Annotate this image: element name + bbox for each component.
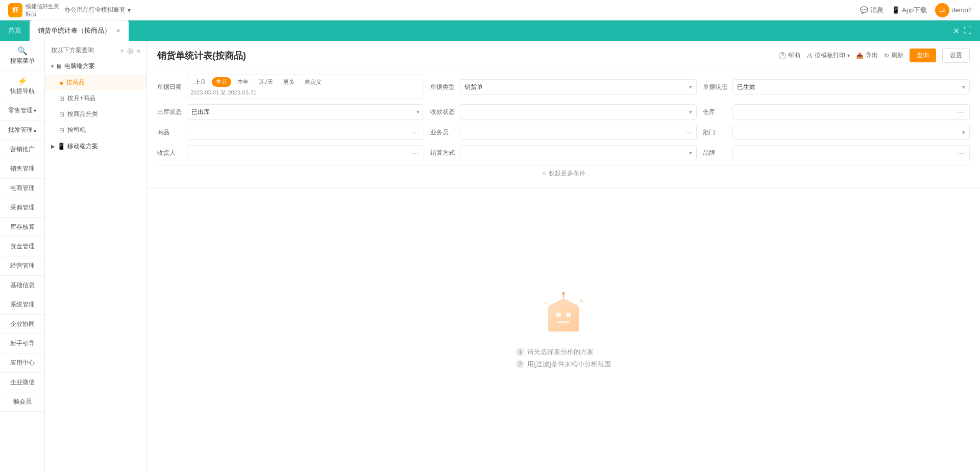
app-logo-icon: 好: [8, 3, 22, 17]
out-status-dropdown-icon: ▾: [416, 109, 420, 115]
tab-close-all-icon[interactable]: ✕: [953, 26, 960, 36]
brand-control[interactable]: ···: [732, 145, 970, 160]
scheme-item-by-month-product[interactable]: ⊞ 按月+商品: [45, 90, 146, 106]
sidebar-item-inventory[interactable]: 库存核算: [0, 218, 44, 237]
date-tab-this-year[interactable]: 本年: [233, 77, 253, 87]
export-button[interactable]: 📤 导出: [856, 51, 878, 60]
svg-rect-4: [557, 321, 570, 323]
date-tab-7days[interactable]: 近7天: [255, 77, 277, 87]
collapse-filters-button[interactable]: ∧ 收起更多条件: [157, 166, 970, 181]
warehouse-control[interactable]: ···: [732, 104, 970, 120]
out-status-control[interactable]: 已出库 ▾: [187, 104, 424, 120]
page-title-bar: 销货单统计表(按商品) ? 帮助 🖨 按模板打印 ▾ 📤 导出: [147, 41, 980, 68]
by-month-product-icon: ⊞: [59, 95, 64, 102]
scheme-panel-title: 按以下方案查询: [51, 46, 94, 55]
scheme-add-button[interactable]: +: [120, 46, 124, 55]
date-tab-this-month[interactable]: 本月: [212, 77, 231, 87]
filter-consignee: 收货人 ···: [157, 145, 424, 160]
brand-more-icon: ···: [958, 149, 965, 157]
search-menu-icon: 🔍: [2, 46, 42, 56]
doc-status-control[interactable]: 已生效 ▾: [732, 79, 970, 95]
doc-type-control[interactable]: 销货单 ▾: [460, 79, 697, 95]
product-control[interactable]: ···: [187, 125, 424, 140]
consignee-more-icon: ···: [412, 149, 420, 157]
filter-row-1: 单据日期 上月 本月 本年 近7天 更多 自定义 2023-03-01 至 20…: [157, 75, 970, 99]
message-button[interactable]: 💬 消息: [860, 6, 884, 15]
settlement-control[interactable]: ▾: [460, 145, 697, 160]
scheme-group-mobile-header[interactable]: ▶ 📱 移动端方案: [45, 138, 146, 155]
scheme-collapse-button[interactable]: «: [136, 46, 140, 55]
tip-num-2: 2: [516, 360, 524, 368]
salesperson-more-icon: ···: [685, 128, 693, 136]
consignee-label: 收货人: [157, 149, 183, 157]
scheme-group-desktop: ▾ 🖥 电脑端方案 ● 按商品 ⊞ 按月+商品 ⊟ 按商品分类 ⊟: [45, 58, 146, 138]
date-tab-more[interactable]: 更多: [279, 77, 299, 87]
sidebar-item-quick-nav-label: 快捷导航: [2, 87, 42, 96]
sidebar-item-wholesale[interactable]: 批发管理 ▴: [0, 121, 44, 140]
recv-status-control[interactable]: ▾: [460, 104, 697, 120]
refresh-icon: ↻: [884, 52, 889, 59]
template-print-button[interactable]: 🖨 按模板打印 ▾: [806, 51, 850, 60]
tab-home[interactable]: 首页: [0, 20, 30, 41]
scheme-item-by-product-category[interactable]: ⊟ 按商品分类: [45, 106, 146, 122]
tip-text-1: 请先选择要分析的方案: [527, 347, 594, 357]
dept-dropdown-icon: ▾: [962, 129, 965, 136]
scheme-panel-header: 按以下方案查询 + ◎ «: [45, 41, 146, 58]
sidebar-item-corp-wechat[interactable]: 企业微信: [0, 373, 44, 392]
tab-close-icon[interactable]: ✕: [116, 28, 120, 34]
by-product-category-icon: ⊟: [59, 111, 64, 118]
sidebar-item-system[interactable]: 系统管理: [0, 295, 44, 315]
sidebar-item-sales[interactable]: 销售管理: [0, 159, 44, 179]
sidebar-item-operations-label: 经营管理: [2, 262, 42, 270]
date-tab-last-month[interactable]: 上月: [190, 77, 210, 87]
filter-row-2: 出库状态 已出库 ▾ 收款状态 ▾ 仓库: [157, 104, 970, 120]
download-icon: 📱: [892, 6, 900, 14]
tab-fullscreen-icon[interactable]: ⛶: [964, 26, 972, 35]
svg-point-7: [583, 315, 585, 317]
empty-tips: 1 请先选择要分析的方案 2 用[过滤]条件来缩小分析范围: [516, 347, 610, 369]
consignee-control[interactable]: ···: [187, 145, 424, 160]
sidebar-item-operations[interactable]: 经营管理: [0, 256, 44, 276]
sidebar-item-corp-collab[interactable]: 企业协同: [0, 315, 44, 334]
user-profile-button[interactable]: Ea demo2: [935, 3, 972, 17]
dept-control[interactable]: ▾: [732, 125, 970, 140]
tab-home-label: 首页: [8, 26, 21, 35]
filter-doc-type: 单据类型 销货单 ▾: [430, 75, 697, 99]
date-tab-custom[interactable]: 自定义: [301, 77, 326, 87]
sidebar-item-purchase[interactable]: 采购管理: [0, 198, 44, 218]
refresh-button[interactable]: ↻ 刷新: [884, 51, 903, 60]
app-download-button[interactable]: 📱 App下载: [892, 6, 927, 15]
sidebar-item-member[interactable]: 畅会员: [0, 392, 44, 412]
by-product-icon: ●: [59, 79, 63, 87]
sidebar-item-app-center[interactable]: 应用中心: [0, 353, 44, 373]
help-button[interactable]: ? 帮助: [779, 51, 800, 60]
tab-sales-stat[interactable]: 销货单统计表（按商品） ✕: [30, 20, 129, 41]
sidebar-item-search-menu[interactable]: 🔍 搜索菜单: [0, 41, 44, 71]
date-tabs: 上月 本月 本年 近7天 更多 自定义: [187, 75, 424, 89]
sidebar-item-finance[interactable]: 资金管理: [0, 237, 44, 256]
sidebar-item-marketing[interactable]: 营销推广: [0, 140, 44, 159]
scheme-panel: 按以下方案查询 + ◎ « ▾ 🖥 电脑端方案 ● 按商品: [45, 41, 147, 472]
salesperson-control[interactable]: ···: [460, 125, 697, 140]
sidebar-item-marketing-label: 营销推广: [2, 145, 42, 154]
product-more-icon: ···: [412, 128, 420, 136]
by-cashier-label: 按司机: [67, 126, 86, 134]
scheme-item-by-cashier[interactable]: ⊟ 按司机: [45, 122, 146, 138]
tip-num-1: 1: [516, 348, 524, 356]
svg-marker-1: [548, 298, 579, 306]
sidebar-item-wholesale-label: 批发管理: [8, 126, 33, 134]
scheme-group-desktop-header[interactable]: ▾ 🖥 电脑端方案: [45, 58, 146, 75]
scheme-group-mobile: ▶ 📱 移动端方案: [45, 138, 146, 155]
scheme-settings-button[interactable]: ◎: [127, 46, 133, 55]
query-button[interactable]: 查询: [910, 49, 936, 62]
settings-button[interactable]: 设置: [942, 48, 970, 63]
breadcrumb-text: 办公用品行业模拟账套: [64, 6, 126, 14]
filter-area: 单据日期 上月 本月 本年 近7天 更多 自定义 2023-03-01 至 20…: [147, 68, 980, 187]
scheme-item-by-product[interactable]: ● 按商品: [45, 75, 146, 90]
sidebar-item-retail[interactable]: 零售管理 ▾: [0, 101, 44, 121]
sidebar-item-sales-label: 销售管理: [2, 164, 42, 173]
sidebar-item-new-guide[interactable]: 新手引导: [0, 334, 44, 353]
sidebar-item-basic-info[interactable]: 基础信息: [0, 276, 44, 295]
sidebar-item-quick-nav[interactable]: ⚡ 快捷导航: [0, 71, 44, 101]
sidebar-item-ecommerce[interactable]: 电商管理: [0, 179, 44, 198]
